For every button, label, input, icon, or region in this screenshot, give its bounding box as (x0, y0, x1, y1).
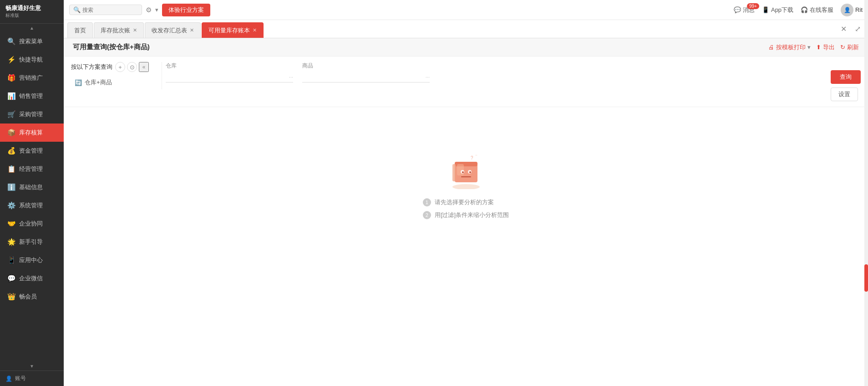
sidebar-item-marketing-promo[interactable]: 🎁 营销推广 (0, 69, 64, 87)
print-button[interactable]: 🖨 按模板打印 ▾ (768, 43, 811, 51)
sidebar-item-label-inventory: 库存核算 (19, 129, 43, 137)
warehouse-more-icon[interactable]: ··· (289, 74, 293, 80)
scheme-rotate-icon: 🔄 (75, 79, 82, 86)
sidebar-item-biz-mgmt[interactable]: 📋 经营管理 (0, 160, 64, 178)
sidebar-item-finance[interactable]: 💰 资金管理 (0, 142, 64, 160)
filter-scheme-actions: + ⊙ « (115, 62, 149, 72)
scheme-warehouse-product[interactable]: 🔄 仓库+商品 (71, 76, 158, 89)
sidebar-bottom[interactable]: 👤 账号 (0, 371, 64, 386)
filter-right-buttons: 查询 设置 (831, 62, 861, 101)
print-icon: 🖨 (768, 44, 774, 51)
sidebar-item-label-sys-mgmt: 系统管理 (19, 201, 43, 210)
industry-solution-button[interactable]: 体验行业方案 (162, 4, 210, 16)
sidebar-scroll-up[interactable]: ▲ (0, 24, 64, 32)
topbar-right: 💬 消息 99+ 📱 App下载 🎧 在线客服 👤 Rit (734, 4, 863, 16)
sidebar-item-enterprise[interactable]: 🤝 企业协同 (0, 215, 64, 233)
print-dropdown-icon[interactable]: ▾ (807, 44, 811, 51)
sidebar-bottom-label: 账号 (15, 375, 26, 382)
product-input-box[interactable]: ··· (302, 72, 430, 82)
filter-scheme-label: 按以下方案查询 (71, 63, 112, 71)
warehouse-input[interactable] (166, 73, 286, 80)
svg-text:~: ~ (475, 153, 477, 157)
online-service-label: 在线客服 (810, 6, 833, 14)
sidebar-item-shortcut[interactable]: ⚡ 快捷导航 (0, 51, 64, 69)
purchase-mgmt-icon: 🛒 (7, 110, 15, 118)
sidebar-item-search[interactable]: 🔍 搜索菜单 (0, 32, 64, 51)
setting-button[interactable]: 设置 (831, 87, 858, 101)
search-input[interactable] (82, 7, 137, 13)
export-button[interactable]: ⬆ 导出 (816, 43, 835, 51)
query-button[interactable]: 查询 (831, 70, 861, 84)
sidebar-header: 畅康通好生意 标准版 (0, 0, 64, 24)
tip-num-1: 1 (423, 198, 431, 206)
sidebar-logo-sub: 标准版 (5, 12, 58, 19)
refresh-button[interactable]: ↻ 刷新 (840, 43, 859, 51)
tab-close-all-button[interactable]: ✕ (837, 23, 850, 35)
sidebar-item-enterprise-wx[interactable]: 💬 企业微信 (0, 269, 64, 288)
sidebar-item-newbie[interactable]: 🌟 新手引导 (0, 233, 64, 251)
tab-batch-account[interactable]: 库存批次账✕ (94, 22, 144, 38)
empty-state: ? ~ 1 请先选择要分析的方案 2 用[过滤]条件来缩小分析范围 (64, 107, 868, 247)
print-label: 按模板打印 (776, 43, 806, 51)
avatar-text: 👤 (844, 7, 851, 13)
gear-icon[interactable]: ⚙ (146, 6, 152, 14)
search-icon: 🔍 (7, 37, 15, 46)
sales-mgmt-icon: 📊 (7, 92, 15, 100)
message-icon: 💬 (734, 6, 741, 13)
sidebar-item-label-enterprise: 企业协同 (19, 220, 43, 228)
dropdown-icon[interactable]: ▾ (155, 6, 158, 13)
page-header-actions: 🖨 按模板打印 ▾ ⬆ 导出 ↻ 刷新 (768, 43, 859, 51)
tip-text-1: 请先选择要分析的方案 (435, 198, 494, 206)
page-header: 可用量查询(按仓库+商品) 🖨 按模板打印 ▾ ⬆ 导出 ↻ 刷新 (64, 38, 868, 57)
sidebar-logo-title: 畅康通好生意 (5, 5, 58, 12)
online-service-item[interactable]: 🎧 在线客服 (801, 6, 833, 14)
scrollbar-thumb[interactable] (864, 264, 868, 292)
sidebar-item-label-newbie: 新手引导 (19, 238, 43, 246)
tab-close-available-ledger[interactable]: ✕ (253, 27, 257, 33)
tab-close-batch-account[interactable]: ✕ (133, 27, 137, 33)
tab-label-home: 首页 (74, 26, 86, 35)
svg-rect-4 (457, 164, 464, 175)
sidebar-item-sys-mgmt[interactable]: ⚙️ 系统管理 (0, 196, 64, 215)
sidebar-item-label-shortcut: 快捷导航 (19, 56, 43, 64)
empty-illustration: ? ~ (443, 144, 489, 189)
message-item[interactable]: 💬 消息 99+ (734, 6, 755, 14)
sidebar-item-inventory[interactable]: 📦 库存核算 (0, 124, 64, 142)
app-center-icon: 📱 (7, 256, 15, 264)
tab-receipt-summary[interactable]: 收发存汇总表✕ (145, 22, 201, 38)
tab-available-ledger[interactable]: 可用量库存账本✕ (202, 22, 264, 38)
shortcut-icon: ⚡ (7, 56, 15, 64)
tab-home[interactable]: 首页 (67, 22, 93, 38)
user-profile-item[interactable]: 👤 Rit (841, 4, 863, 16)
sidebar-item-label-enterprise-wx: 企业微信 (19, 274, 43, 283)
sidebar-item-label-purchase-mgmt: 采购管理 (19, 110, 43, 118)
enterprise-wx-icon: 💬 (7, 274, 15, 283)
sidebar-item-member[interactable]: 👑 畅会员 (0, 288, 64, 306)
inventory-icon: 📦 (7, 129, 15, 137)
sidebar-scroll-down[interactable]: ▼ (0, 362, 64, 371)
main: 🔍 ⚙ ▾ 体验行业方案 💬 消息 99+ 📱 App下载 🎧 在线客服 � (64, 0, 868, 386)
sidebar-item-app-center[interactable]: 📱 应用中心 (0, 251, 64, 269)
app-download-item[interactable]: 📱 App下载 (762, 6, 793, 14)
warehouse-field: 仓库 ··· (166, 62, 293, 82)
sidebar-item-basic-info[interactable]: ℹ️ 基础信息 (0, 178, 64, 196)
add-scheme-button[interactable]: + (115, 62, 125, 72)
export-icon: ⬆ (816, 44, 821, 51)
product-input[interactable] (302, 73, 423, 80)
collapse-scheme-button[interactable]: « (139, 62, 149, 72)
product-more-icon[interactable]: ··· (426, 74, 430, 80)
tab-close-receipt-summary[interactable]: ✕ (190, 27, 194, 33)
edit-scheme-button[interactable]: ⊙ (127, 62, 137, 72)
tab-expand-button[interactable]: ⤢ (851, 23, 864, 35)
app-icon: 📱 (762, 6, 769, 13)
sidebar-item-purchase-mgmt[interactable]: 🛒 采购管理 (0, 105, 64, 124)
sidebar-bottom-icon: 👤 (5, 376, 12, 382)
sidebar-item-sales-mgmt[interactable]: 📊 销售管理 (0, 87, 64, 105)
filter-fields: 仓库 ··· 商品 ··· (166, 62, 827, 82)
warehouse-input-box[interactable]: ··· (166, 72, 293, 82)
scheme-label: 仓库+商品 (85, 78, 112, 87)
topbar-search-box[interactable]: 🔍 (69, 5, 142, 15)
sidebar-item-label-finance: 资金管理 (19, 147, 43, 155)
filter-area: 按以下方案查询 + ⊙ « 🔄 仓库+商品 仓库 (64, 57, 868, 107)
sidebar-item-label-sales-mgmt: 销售管理 (19, 92, 43, 100)
